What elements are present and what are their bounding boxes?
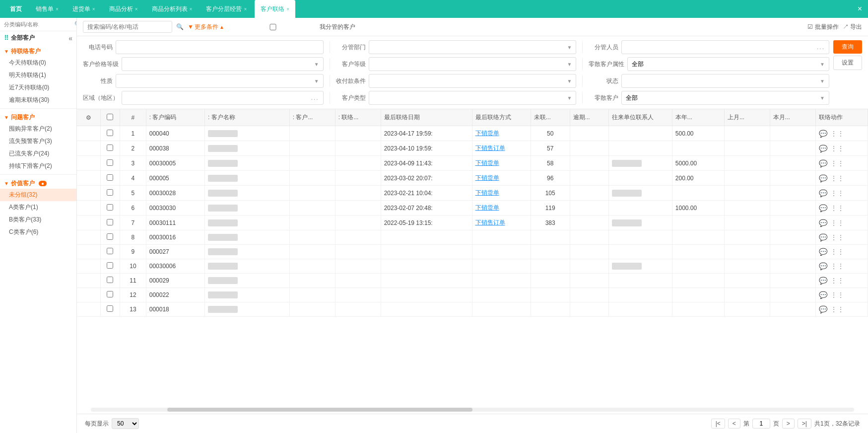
row-lastway-2[interactable]: 下销货单: [472, 156, 531, 171]
sidebar-search-input[interactable]: [4, 21, 72, 27]
reset-btn[interactable]: 设置: [833, 56, 862, 70]
filter-retail-attr-select[interactable]: 全部 ▼: [627, 57, 829, 71]
sidebar-item-today[interactable]: 今天待联络(0): [0, 57, 76, 69]
tab-customer-contact-close[interactable]: ×: [286, 6, 289, 12]
action-chat-4[interactable]: 💬: [819, 189, 827, 197]
search-input[interactable]: [83, 21, 172, 33]
tab-customer-segment-close[interactable]: ×: [244, 6, 247, 12]
filter-status-select[interactable]: ▼: [621, 74, 829, 88]
row-lastway-0[interactable]: 下销货单: [472, 126, 531, 141]
row-check-12[interactable]: [100, 302, 120, 317]
tab-purchase-close[interactable]: ×: [92, 6, 95, 12]
row-check-8[interactable]: [100, 245, 120, 259]
sidebar-item-type-a[interactable]: A类客户(1): [0, 201, 76, 214]
action-chat-7[interactable]: 💬: [819, 233, 827, 241]
action-chat-0[interactable]: 💬: [819, 130, 827, 138]
th-name[interactable]: : 客户名称: [204, 109, 289, 126]
th-nocontact[interactable]: 未联...: [531, 109, 570, 126]
filter-price-level-select[interactable]: ▼: [122, 57, 324, 71]
tab-home[interactable]: 首页: [4, 0, 28, 18]
sidebar-item-hoarding[interactable]: 囤购异常客户(2): [0, 123, 76, 135]
th-lastmonth[interactable]: 上月...: [724, 109, 770, 126]
row-check-3[interactable]: [100, 171, 120, 186]
row-check-11[interactable]: [100, 288, 120, 302]
row-check-9[interactable]: [100, 259, 120, 274]
action-chat-5[interactable]: 💬: [819, 204, 827, 212]
more-conditions-btn[interactable]: ▼ 更多条件 ▲: [188, 23, 224, 31]
th-lastdate[interactable]: 最后联络日期: [381, 109, 472, 126]
sidebar-all-customers[interactable]: ⠿ 全部客户 «: [0, 31, 76, 45]
row-check-0[interactable]: [100, 126, 120, 141]
close-all-tabs[interactable]: ×: [856, 2, 864, 15]
row-check-6[interactable]: [100, 216, 120, 230]
sidebar-item-churned[interactable]: 已流失客户(24): [0, 147, 76, 160]
last-page-btn[interactable]: >|: [798, 419, 811, 429]
action-chat-1[interactable]: 💬: [819, 144, 827, 152]
sidebar-item-overdue[interactable]: 逾期未联络(30): [0, 94, 76, 106]
row-lastway-9[interactable]: [472, 259, 531, 274]
action-chat-2[interactable]: 💬: [819, 159, 827, 167]
row-lastway-6[interactable]: 下销售订单: [472, 216, 531, 230]
action-menu-1[interactable]: ⋮⋮: [830, 144, 844, 152]
row-check-5[interactable]: [100, 201, 120, 216]
horizontal-scrollbar[interactable]: [77, 406, 868, 414]
th-thisyear[interactable]: 本年...: [672, 109, 724, 126]
row-lastway-12[interactable]: [472, 302, 531, 317]
row-lastway-8[interactable]: [472, 245, 531, 259]
row-check-4[interactable]: [100, 186, 120, 201]
per-page-select[interactable]: 50 100 200: [112, 418, 139, 429]
action-menu-12[interactable]: ⋮⋮: [830, 305, 844, 313]
sidebar-group-pending[interactable]: ▼ 待联络客户: [0, 45, 76, 57]
action-menu-0[interactable]: ⋮⋮: [830, 130, 844, 138]
action-menu-11[interactable]: ⋮⋮: [830, 291, 844, 299]
query-btn[interactable]: 查询: [833, 40, 862, 54]
row-check-1[interactable]: [100, 141, 120, 156]
search-icon[interactable]: 🔍: [176, 23, 184, 30]
row-lastway-3[interactable]: 下销货单: [472, 171, 531, 186]
export-btn[interactable]: ↗ 导出: [843, 23, 862, 31]
filter-retail-select[interactable]: 全部 ▼: [621, 91, 829, 105]
filter-region-select[interactable]: ...: [122, 91, 324, 105]
th-lastway[interactable]: 最后联络方式: [472, 109, 531, 126]
tab-sales[interactable]: 销售单 ×: [30, 0, 65, 18]
action-chat-6[interactable]: 💬: [819, 219, 827, 227]
row-lastway-4[interactable]: 下销货单: [472, 186, 531, 201]
th-companion[interactable]: 往来单位联系人: [609, 109, 672, 126]
sidebar-item-type-b[interactable]: B类客户(33): [0, 214, 76, 226]
row-lastway-5[interactable]: 下销货单: [472, 201, 531, 216]
sidebar-group-problem[interactable]: ▼ 问题客户: [0, 111, 76, 123]
th-settings[interactable]: ⚙: [77, 109, 100, 126]
tab-sales-close[interactable]: ×: [56, 6, 59, 12]
sidebar-item-declining[interactable]: 持续下滑客户(2): [0, 160, 76, 172]
filter-payment-select[interactable]: ▼: [369, 74, 577, 88]
action-chat-10[interactable]: 💬: [819, 277, 827, 285]
row-lastway-link-6[interactable]: 下销售订单: [475, 219, 505, 226]
row-lastway-link-0[interactable]: 下销货单: [475, 130, 499, 137]
tab-customer-segment[interactable]: 客户分层经营 ×: [200, 0, 253, 18]
row-lastway-link-4[interactable]: 下销货单: [475, 189, 499, 196]
row-lastway-7[interactable]: [472, 230, 531, 245]
filter-person-select[interactable]: ...: [621, 40, 829, 54]
filter-phone-input[interactable]: [116, 40, 324, 54]
th-code[interactable]: : 客户编码: [146, 109, 204, 126]
row-lastway-link-5[interactable]: 下销货单: [475, 204, 499, 211]
row-check-7[interactable]: [100, 230, 120, 245]
action-menu-8[interactable]: ⋮⋮: [830, 248, 844, 256]
filter-cust-type-select[interactable]: ▼: [369, 91, 577, 105]
row-lastway-link-1[interactable]: 下销售订单: [475, 144, 505, 151]
tab-purchase[interactable]: 进货单 ×: [67, 0, 101, 18]
tab-product-list[interactable]: 商品分析列表 ×: [146, 0, 199, 18]
action-menu-3[interactable]: ⋮⋮: [830, 174, 844, 182]
row-lastway-11[interactable]: [472, 288, 531, 302]
sidebar-item-7days[interactable]: 近7天待联络(0): [0, 81, 76, 94]
my-customers-filter[interactable]: 我分管的客户: [228, 23, 355, 31]
filter-nature-select[interactable]: ▼: [116, 74, 324, 88]
tab-product-list-close[interactable]: ×: [190, 6, 193, 12]
tab-product-analysis[interactable]: 商品分析 ×: [103, 0, 144, 18]
row-check-2[interactable]: [100, 156, 120, 171]
row-lastway-10[interactable]: [472, 274, 531, 288]
action-chat-11[interactable]: 💬: [819, 291, 827, 299]
next-page-btn[interactable]: >: [782, 419, 795, 429]
row-lastway-link-2[interactable]: 下销货单: [475, 159, 499, 166]
row-check-10[interactable]: [100, 274, 120, 288]
